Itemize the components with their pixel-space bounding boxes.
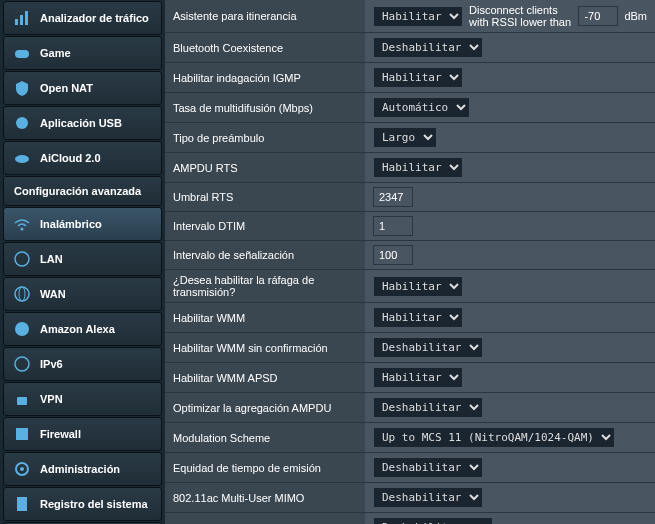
field-label: ¿Desea habilitar la ráfaga de transmisió… [165,270,365,303]
svg-point-10 [15,322,29,336]
unit-label: dBm [624,10,647,22]
svg-point-15 [20,467,24,471]
wmm-select[interactable]: Habilitar [373,307,463,328]
svg-point-8 [15,287,29,301]
field-label: Equidad de tiempo de emisión [165,453,365,483]
svg-rect-12 [17,397,27,405]
svg-rect-3 [15,50,29,58]
disconnect-text: Disconnect clients with RSSI lower than [469,4,572,28]
sidebar-item-firewall[interactable]: Firewall [3,417,162,451]
ipv6-icon [12,354,32,374]
sidebar-label: WAN [40,288,66,300]
field-label: Intervalo de señalización [165,241,365,270]
sidebar-label: IPv6 [40,358,63,370]
svg-point-11 [15,357,29,371]
wmm-noack-select[interactable]: Deshabilitar [373,337,483,358]
sidebar-label: Amazon Alexa [40,323,115,335]
sidebar-label: Registro del sistema [40,498,148,510]
sidebar-item-wan[interactable]: WAN [3,277,162,311]
dtim-input[interactable] [373,216,413,236]
sidebar-label: VPN [40,393,63,405]
svg-point-7 [15,252,29,266]
field-label: OFDMA/802.11ax MU-MIMO [165,513,365,525]
field-label: 802.11ac Multi-User MIMO [165,483,365,513]
sidebar-item-game[interactable]: Game [3,36,162,70]
field-label: Optimizar la agregación AMPDU [165,393,365,423]
sidebar-label: Inalámbrico [40,218,102,230]
chart-icon [12,8,32,28]
svg-point-6 [21,228,24,231]
field-label: Bluetooth Coexistence [165,33,365,63]
wifi-icon [12,214,32,234]
multicast-select[interactable]: Automático [373,97,470,118]
field-label: Habilitar indagación IGMP [165,63,365,93]
sidebar-item-wireless[interactable]: Inalámbrico [3,207,162,241]
globe-icon [12,284,32,304]
svg-rect-2 [25,11,28,25]
sidebar-item-opennat[interactable]: Open NAT [3,71,162,105]
ampdu-select[interactable]: Habilitar [373,157,463,178]
sidebar-label: Analizador de tráfico [40,12,149,24]
sidebar-label: Administración [40,463,120,475]
usb-icon [12,113,32,133]
sidebar-item-vpn[interactable]: VPN [3,382,162,416]
settings-table: Asistente para itinerancia Habilitar Dis… [165,0,655,524]
svg-rect-0 [15,19,18,25]
sidebar-item-admin[interactable]: Administración [3,452,162,486]
sidebar-label: Firewall [40,428,81,440]
sidebar-item-usb[interactable]: Aplicación USB [3,106,162,140]
field-label: Intervalo DTIM [165,212,365,241]
field-label: AMPDU RTS [165,153,365,183]
log-icon [12,494,32,514]
field-label: Tasa de multidifusión (Mbps) [165,93,365,123]
modulation-select[interactable]: Up to MCS 11 (NitroQAM/1024-QAM) [373,427,615,448]
wmm-apsd-select[interactable]: Habilitar [373,367,463,388]
ampdu-opt-select[interactable]: Deshabilitar [373,397,483,418]
sidebar-item-ipv6[interactable]: IPv6 [3,347,162,381]
field-label: Asistente para itinerancia [165,0,365,33]
airtime-select[interactable]: Deshabilitar [373,457,483,478]
sidebar-item-traffic[interactable]: Analizador de tráfico [3,1,162,35]
svg-rect-13 [16,428,28,440]
lan-icon [12,249,32,269]
sidebar-item-aicloud[interactable]: AiCloud 2.0 [3,141,162,175]
bluetooth-select[interactable]: Deshabilitar [373,37,483,58]
field-label: Habilitar WMM sin confirmación [165,333,365,363]
sidebar-item-alexa[interactable]: Amazon Alexa [3,312,162,346]
sidebar-label: Game [40,47,71,59]
svg-point-4 [16,117,28,129]
firewall-icon [12,424,32,444]
svg-rect-16 [17,497,27,511]
igmp-select[interactable]: Habilitar [373,67,463,88]
field-label: Umbral RTS [165,183,365,212]
field-label: Modulation Scheme [165,423,365,453]
rssi-input[interactable] [578,6,618,26]
mumimo-ac-select[interactable]: Deshabilitar [373,487,483,508]
roaming-select[interactable]: Habilitar [373,6,463,27]
beacon-input[interactable] [373,245,413,265]
shield-icon [12,78,32,98]
section-header-advanced: Configuración avanzada [3,176,162,206]
sidebar-item-lan[interactable]: LAN [3,242,162,276]
field-label: Tipo de preámbulo [165,123,365,153]
svg-point-5 [15,155,29,163]
rts-input[interactable] [373,187,413,207]
preamble-select[interactable]: Largo [373,127,437,148]
svg-rect-1 [20,15,23,25]
main-panel: Asistente para itinerancia Habilitar Dis… [165,0,655,524]
sidebar: Analizador de tráfico Game Open NAT Apli… [0,0,165,524]
sidebar-item-syslog[interactable]: Registro del sistema [3,487,162,521]
field-label: Habilitar WMM APSD [165,363,365,393]
ofdma-select[interactable]: Deshabilitar [373,517,493,524]
sidebar-label: LAN [40,253,63,265]
gear-icon [12,459,32,479]
cloud-icon [12,148,32,168]
alexa-icon [12,319,32,339]
vpn-icon [12,389,32,409]
svg-point-9 [19,287,25,301]
sidebar-label: Aplicación USB [40,117,122,129]
sidebar-label: AiCloud 2.0 [40,152,101,164]
burst-select[interactable]: Habilitar [373,276,463,297]
gamepad-icon [12,43,32,63]
sidebar-label: Open NAT [40,82,93,94]
